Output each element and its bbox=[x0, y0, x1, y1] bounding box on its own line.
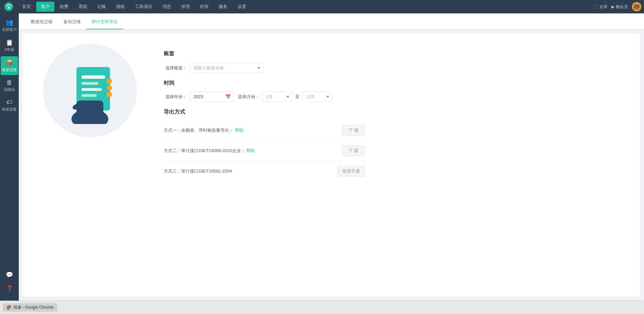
account-select-label: 选择账套： bbox=[164, 65, 187, 71]
help-icon: ❓ bbox=[6, 285, 13, 293]
tag-settings-icon: 🏷 bbox=[6, 99, 12, 106]
taskbar: 线索 - Google Chrome bbox=[0, 301, 644, 314]
sidebar: 👥 全部客户 📋 0申报 📦 账套迁移 🗑 回收站 🏷 标签设置 💬 ❓ bbox=[0, 13, 19, 301]
fullscreen-label: 全屏 bbox=[599, 4, 607, 10]
nav-settings[interactable]: 设置 bbox=[233, 2, 251, 12]
top-navigation: 首页 客户 收费 票据 记账 报税 工商项目 消息 管理 经营 服务 设置 ⛶ … bbox=[0, 0, 644, 13]
account-migration-icon: 📦 bbox=[6, 59, 13, 66]
svg-rect-6 bbox=[82, 94, 97, 97]
export-method-3-label: 方式三：审计接口GB/T19581-2004 bbox=[164, 169, 232, 174]
tab-bar: 数据包迁移 备份迁移 审计文件导出 bbox=[19, 13, 644, 29]
export-method-1-help[interactable]: 帮助 bbox=[235, 128, 244, 133]
svg-rect-4 bbox=[82, 82, 98, 85]
tab-data-migration[interactable]: 数据包迁移 bbox=[25, 15, 58, 29]
form-area: 账套 选择账套： 请输入账套名称 时间 选择年份： 📅 选择月份： bbox=[164, 44, 365, 181]
illustration-svg bbox=[60, 57, 120, 124]
account-select-row: 选择账套： 请输入账套名称 bbox=[164, 63, 365, 73]
svg-point-7 bbox=[107, 78, 112, 84]
top-nav-right: ⛶ 全屏 ▶ 畅会员 🐻 bbox=[594, 2, 641, 11]
chat-icon: 💬 bbox=[6, 271, 13, 278]
coming-soon-button[interactable]: 暂缓开通 bbox=[337, 166, 365, 177]
sidebar-item-all-customers[interactable]: 👥 全部客户 bbox=[1, 16, 18, 35]
year-label: 选择年份： bbox=[164, 94, 187, 100]
year-input-wrap: 📅 bbox=[190, 91, 233, 102]
export-method-2-label: 方式二：审计接口GB/T24589-2010企业： bbox=[164, 148, 245, 153]
export-method-1-text: 方式一：余额表、序时账批量导出： 帮助 bbox=[164, 127, 244, 133]
sidebar-bottom: 💬 ❓ bbox=[1, 268, 18, 298]
nav-operation[interactable]: 经营 bbox=[195, 2, 213, 12]
account-select[interactable]: 请输入账套名称 bbox=[190, 63, 264, 73]
export-method-2-help[interactable]: 帮助 bbox=[246, 148, 255, 153]
export-method-3: 方式三：审计接口GB/T19581-2004 暂缓开通 bbox=[164, 161, 365, 181]
download-button-2[interactable]: 下 载 bbox=[342, 145, 365, 156]
content-area: 数据包迁移 备份迁移 审计文件导出 bbox=[19, 13, 644, 301]
svg-point-1 bbox=[8, 7, 10, 9]
fullscreen-icon: ⛶ bbox=[594, 4, 598, 9]
nav-customer[interactable]: 客户 bbox=[36, 2, 54, 12]
nav-service[interactable]: 服务 bbox=[214, 2, 232, 12]
sidebar-item-recycle[interactable]: 🗑 回收站 bbox=[1, 76, 18, 95]
tab-backup-migration[interactable]: 备份迁移 bbox=[58, 15, 86, 29]
export-method-1-label: 方式一：余额表、序时账批量导出： bbox=[164, 128, 233, 133]
sidebar-item-label: 账套迁移 bbox=[2, 67, 17, 72]
svg-rect-11 bbox=[76, 101, 103, 121]
export-section-title: 导出方式 bbox=[164, 109, 365, 116]
nav-business[interactable]: 工商项目 bbox=[130, 2, 157, 12]
svg-point-8 bbox=[107, 85, 112, 90]
zero-report-icon: 📋 bbox=[6, 39, 13, 46]
page-content: 账套 选择账套： 请输入账套名称 时间 选择年份： 📅 选择月份： bbox=[23, 34, 640, 297]
nav-message[interactable]: 消息 bbox=[158, 2, 176, 12]
recycle-icon: 🗑 bbox=[6, 79, 12, 86]
sidebar-item-label: 全部客户 bbox=[2, 27, 17, 32]
export-method-1: 方式一：余额表、序时账批量导出： 帮助 下 载 bbox=[164, 120, 365, 141]
nav-invoice[interactable]: 票据 bbox=[74, 2, 92, 12]
sidebar-item-label: 0申报 bbox=[5, 47, 14, 52]
chrome-icon bbox=[7, 305, 11, 310]
illustration-circle bbox=[43, 44, 137, 137]
sidebar-item-tag-settings[interactable]: 🏷 标签设置 bbox=[1, 96, 18, 115]
nav-bookkeeping[interactable]: 记账 bbox=[93, 2, 111, 12]
all-customers-icon: 👥 bbox=[6, 19, 13, 26]
month-label: 选择月份： bbox=[236, 94, 260, 100]
taskbar-chrome-item[interactable]: 线索 - Google Chrome bbox=[3, 303, 57, 312]
main-layout: 👥 全部客户 📋 0申报 📦 账套迁移 🗑 回收站 🏷 标签设置 💬 ❓ bbox=[0, 13, 644, 301]
nav-tax[interactable]: 报税 bbox=[111, 2, 129, 12]
fullscreen-button[interactable]: ⛶ 全屏 bbox=[594, 4, 607, 10]
nav-fee[interactable]: 收费 bbox=[55, 2, 73, 12]
to-text: 至 bbox=[295, 94, 300, 100]
sidebar-item-account-migration[interactable]: 📦 账套迁移 bbox=[1, 56, 18, 75]
avatar[interactable]: 🐻 bbox=[632, 2, 641, 11]
nav-home[interactable]: 首页 bbox=[17, 2, 36, 12]
export-method-2-text: 方式二：审计接口GB/T24589-2010企业： 帮助 bbox=[164, 148, 255, 154]
app-logo[interactable] bbox=[3, 1, 15, 13]
time-section-title: 时间 bbox=[164, 80, 365, 87]
sidebar-item-label: 回收站 bbox=[4, 87, 15, 92]
sidebar-item-zero-report[interactable]: 📋 0申报 bbox=[1, 36, 18, 55]
time-row: 选择年份： 📅 选择月份： 1月 2月 3月 4月 5月 6月 7月 bbox=[164, 91, 365, 102]
calendar-icon: 📅 bbox=[225, 94, 231, 99]
vip-label: 畅会员 bbox=[616, 4, 628, 10]
illustration-area bbox=[43, 44, 137, 137]
tab-audit-export[interactable]: 审计文件导出 bbox=[86, 15, 123, 29]
vip-button[interactable]: ▶ 畅会员 bbox=[611, 4, 628, 10]
taskbar-item-label: 线索 - Google Chrome bbox=[13, 305, 53, 310]
nav-items: 首页 客户 收费 票据 记账 报税 工商项目 消息 管理 经营 服务 设置 bbox=[17, 2, 594, 12]
svg-point-9 bbox=[107, 92, 112, 97]
month-start-select[interactable]: 1月 2月 3月 4月 5月 6月 7月 8月 9月 10月 11月 12月 bbox=[262, 91, 292, 102]
svg-rect-3 bbox=[82, 75, 105, 79]
nav-manage[interactable]: 管理 bbox=[176, 2, 195, 12]
svg-rect-5 bbox=[82, 88, 102, 91]
month-end-select[interactable]: 1月 2月 3月 4月 5月 6月 7月 8月 9月 10月 11月 12月 bbox=[302, 91, 332, 102]
account-section-title: 账套 bbox=[164, 50, 365, 57]
export-method-3-text: 方式三：审计接口GB/T19581-2004 bbox=[164, 168, 232, 174]
sidebar-item-label: 标签设置 bbox=[2, 107, 17, 112]
download-button-1[interactable]: 下 载 bbox=[342, 125, 365, 136]
export-method-2: 方式二：审计接口GB/T24589-2010企业： 帮助 下 载 bbox=[164, 141, 365, 161]
vip-icon: ▶ bbox=[611, 4, 614, 9]
sidebar-item-chat[interactable]: 💬 bbox=[1, 268, 18, 281]
sidebar-item-help[interactable]: ❓ bbox=[1, 282, 18, 295]
